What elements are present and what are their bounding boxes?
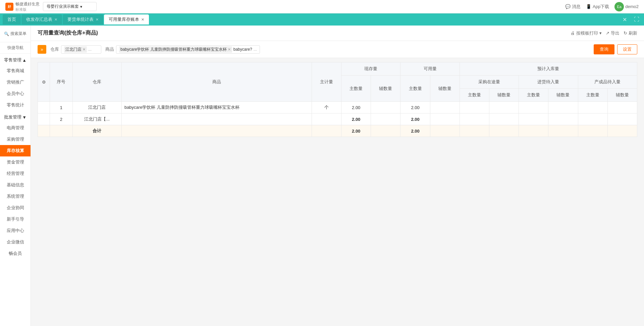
td-purchase-in-main-1 [460,102,489,113]
sidebar-group-retail-header[interactable]: 零售管理 ▲ [0,54,31,65]
account-selector-text: 母婴行业演示账套 [47,4,79,9]
chevron-up-icon: ▲ [22,58,26,63]
td-purchase-in-main-2 [460,113,489,125]
th-settings[interactable]: ⚙ [38,62,50,102]
warehouse-tag-remove[interactable]: ✕ [83,47,86,52]
download-label: App下载 [593,4,609,10]
product-tag-text: babycare学饮杯 儿童防摔防撞吸管杯重力球吸嘴杯宝宝水杯 [120,47,227,52]
content-area: 可用量查询(按仓库+商品) 🖨 按模板打印 ▾ ↗ 导出 ↻ 刷新 [31,26,644,326]
top-bar-right: 💬 消息 📱 App下载 Ea demo2 [565,2,639,11]
sidebar-item-system[interactable]: 系统管理 [0,191,31,202]
sidebar-item-wechat[interactable]: 企业微信 [0,236,31,248]
query-button[interactable]: 查询 [594,44,614,54]
tab-available-stock[interactable]: 可用量库存账本 ✕ [104,14,149,25]
tab-available-stock-close[interactable]: ✕ [141,17,144,22]
filter-expand-btn[interactable]: » [38,45,46,54]
td-product-wait-main-1 [578,102,607,113]
th-purchase-wait-main: 主数量 [519,89,548,102]
th-warehouse: 仓库 [72,62,121,102]
tab-order-stats-close[interactable]: ✕ [96,17,99,22]
td-available-main-1: 2.00 [400,102,430,113]
td-current-aux-2 [371,113,400,125]
sidebar-item-finance[interactable]: 资金管理 [0,156,31,168]
sidebar-item-member[interactable]: 会员中心 [0,88,31,99]
sidebar-group-wholesale: 批发管理 ▼ [0,111,31,122]
product-filter: 商品 babycare学饮杯 儿童防摔防撞吸管杯重力球吸嘴杯宝宝水杯 ✕ bab… [105,45,260,54]
refresh-label: 刷新 [629,30,637,36]
td-available-aux-1 [430,102,460,113]
chevron-down-icon: ▼ [22,115,26,120]
td-product-wait-aux-1 [607,102,637,113]
tab-order-stats-label: 要货单统计表 [67,16,94,22]
th-current-stock-group: 现存量 [341,62,400,76]
sidebar-group-wholesale-header[interactable]: 批发管理 ▼ [0,111,31,122]
sidebar-search-btn[interactable]: 🔍 搜索菜单 [3,29,28,39]
user-area[interactable]: Ea demo2 [614,2,639,11]
warehouse-tag-jiangbei: 江北门店 ✕ [64,46,87,53]
warehouse-filter: 仓库 江北门店 ✕ ... [50,45,101,54]
sidebar-item-business[interactable]: 经营管理 [0,168,31,179]
footer-available-aux [430,125,460,137]
tab-close-all-btn[interactable]: ✕ [620,15,629,24]
th-no: 序号 [50,62,73,102]
print-icon: 🖨 [571,31,575,36]
footer-product [121,125,312,137]
td-no-2: 2 [50,113,73,125]
quick-nav-btn[interactable]: 快捷导航 [0,42,31,54]
table-row: 2 江北门店【... 2.00 2.00 [38,113,637,125]
th-current-main: 主数量 [341,76,371,102]
print-chevron: ▾ [599,31,602,36]
app-download-btn[interactable]: 📱 App下载 [586,4,609,10]
user-name: demo2 [625,4,639,9]
sidebar-item-marketing[interactable]: 营销推广 [0,77,31,88]
expand-icon: » [41,47,43,52]
sidebar-group-retail-label: 零售管理 [4,57,21,63]
sidebar-item-ecommerce[interactable]: 电商管理 [0,122,31,134]
th-purchase-in-group: 采购在途量 [460,76,519,89]
message-btn[interactable]: 💬 消息 [565,4,581,10]
product-tag-remove[interactable]: ✕ [228,47,231,52]
sidebar-item-appstore[interactable]: 应用中心 [0,225,31,236]
refresh-btn[interactable]: ↻ 刷新 [624,30,637,36]
footer-purchase-in-main [460,125,489,137]
th-purchase-in-aux: 辅数量 [489,89,519,102]
footer-current-aux [371,125,400,137]
account-selector[interactable]: 母婴行业演示账套 ▾ [43,2,97,11]
sidebar-item-inventory[interactable]: 库存核算 [0,145,31,156]
td-product-wait-main-2 [578,113,607,125]
th-available-main: 主数量 [400,76,430,102]
tab-order-stats[interactable]: 要货单统计表 ✕ [63,14,103,25]
td-purchase-wait-main-2 [519,113,548,125]
product-tags[interactable]: babycare学饮杯 儿童防摔防撞吸管杯重力球吸嘴杯宝宝水杯 ✕ babyca… [116,45,260,54]
warehouse-tags[interactable]: 江北门店 ✕ ... [61,45,101,54]
td-purchase-wait-main-1 [519,102,548,113]
sidebar-item-enterprise[interactable]: 企业协同 [0,202,31,214]
sidebar-item-retail-stats[interactable]: 零售统计 [0,99,31,111]
footer-purchase-in-aux [489,125,519,137]
tab-home[interactable]: 首页 [3,14,21,25]
message-label: 消息 [572,4,581,10]
sidebar-item-newbie[interactable]: 新手引导 [0,214,31,225]
td-product-wait-aux-2 [607,113,637,125]
th-planned-in-group: 预计入库量 [460,62,637,76]
footer-unit [312,125,341,137]
sidebar-item-basic[interactable]: 基础信息 [0,179,31,191]
top-bar-left: 好 畅捷通好生意 标准版 母婴行业演示账套 ▾ [5,1,97,12]
download-icon: 📱 [586,4,591,9]
product-tag2: babycare? [233,47,252,52]
td-settings-2 [38,113,50,125]
sidebar-item-purchase[interactable]: 采购管理 [0,134,31,145]
export-btn[interactable]: ↗ 导出 [606,30,620,36]
print-btn[interactable]: 🖨 按模板打印 ▾ [571,30,602,36]
tab-available-stock-label: 可用量库存账本 [109,16,139,22]
td-available-main-2: 2.00 [400,113,430,125]
th-available-group: 可用量 [400,62,460,76]
tab-receive-pay[interactable]: 收发存汇总表 ✕ [21,14,62,25]
tab-expand-btn[interactable]: ⛶ [632,15,641,24]
sidebar-item-member2[interactable]: 畅会员 [0,248,31,259]
product-more: ... [254,47,257,52]
sidebar-group-wholesale-label: 批发管理 [4,114,21,120]
tab-receive-pay-close[interactable]: ✕ [54,17,57,22]
settings-button[interactable]: 设置 [617,44,637,54]
sidebar-item-retail-mall[interactable]: 零售商城 [0,65,31,77]
